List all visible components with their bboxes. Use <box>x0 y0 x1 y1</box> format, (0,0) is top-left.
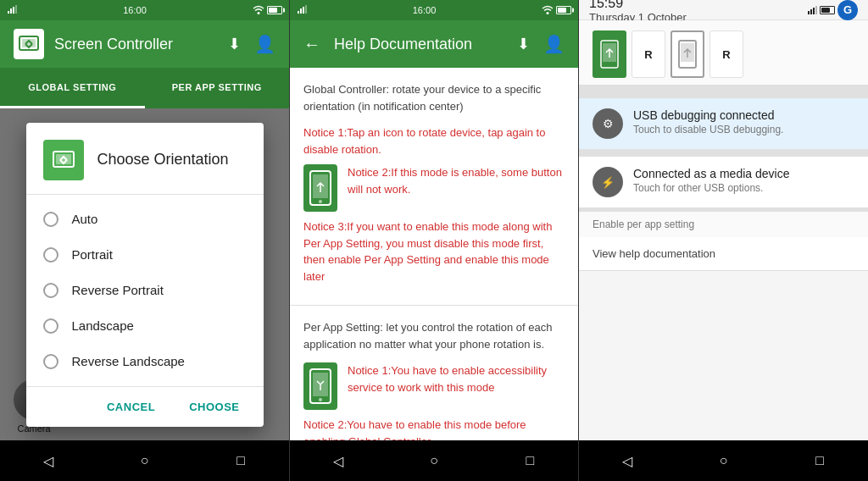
svg-rect-9 <box>298 11 299 14</box>
usb-debug-subtitle: Touch to disable USB debugging. <box>633 124 854 135</box>
option-portrait[interactable]: Portrait <box>26 237 264 273</box>
svg-rect-10 <box>300 8 302 14</box>
choose-button[interactable]: CHOOSE <box>175 394 253 420</box>
option-auto[interactable]: Auto <box>26 202 264 237</box>
help-app-bar: ← Help Documentation ⬇ 👤 <box>290 20 578 68</box>
svg-rect-21 <box>810 9 812 14</box>
notif-status-bar: 15:59 Thursday 1 October G <box>579 0 868 20</box>
back-button-2[interactable]: ◁ <box>321 444 355 478</box>
nav-bar-3: ◁ ○ □ <box>579 440 868 481</box>
orientation-icon <box>50 147 77 174</box>
status-bar-left <box>7 4 17 16</box>
sim-icon-2 <box>297 4 307 14</box>
battery-fill-1 <box>269 8 277 13</box>
usb-symbol-media: ⚡ <box>601 176 615 189</box>
home-button-1[interactable]: ○ <box>127 444 161 478</box>
svg-rect-12 <box>305 5 307 14</box>
notif-icons-row: R R <box>579 20 868 85</box>
svg-point-16 <box>319 200 322 203</box>
panel-screen-controller: 16:00 Screen Controller ⬇ 👤 <box>0 0 289 481</box>
notif-icon-r-2: R <box>709 30 743 78</box>
content-area-1: Camera Choose Orientation <box>0 108 289 440</box>
status-icons-2 <box>542 5 571 15</box>
app-logo <box>14 29 44 59</box>
global-notice-2-block: Notice 2:If this mode is enable, some bu… <box>303 164 565 212</box>
option-landscape-label: Landscape <box>72 318 134 333</box>
option-auto-label: Auto <box>72 212 98 226</box>
svg-rect-20 <box>808 11 810 14</box>
phone-notif-svg-outline <box>678 40 697 69</box>
app-bar-1: Screen Controller ⬇ 👤 <box>0 20 289 68</box>
dialog-overlay: Choose Orientation Auto Portrait Reverse… <box>0 108 289 440</box>
app-bar-actions-1: ⬇ 👤 <box>228 34 275 54</box>
wifi-icon <box>253 5 264 15</box>
help-section-global: Global Controller: rotate your device to… <box>290 68 578 306</box>
notif-section-label: Enable per app setting <box>579 212 868 237</box>
phone-svg-1 <box>309 169 332 207</box>
svg-rect-11 <box>303 7 304 14</box>
svg-rect-23 <box>815 6 817 14</box>
radio-reverse-landscape <box>43 354 58 369</box>
home-button-3[interactable]: ○ <box>706 444 740 478</box>
recents-button-2[interactable]: □ <box>513 444 547 478</box>
media-device-notification[interactable]: ⚡ Connected as a media device Touch for … <box>579 157 868 208</box>
sim-icon <box>7 4 17 14</box>
person-action-icon[interactable]: 👤 <box>254 34 275 54</box>
recents-button-1[interactable]: □ <box>224 444 258 478</box>
wifi-icon-2 <box>542 5 554 15</box>
user-avatar: G <box>837 0 858 20</box>
svg-rect-2 <box>13 7 14 14</box>
notif-spacer <box>579 271 868 440</box>
dialog-header-icon <box>43 140 84 180</box>
per-app-notice-2: Notice 2:You have to enable this mode be… <box>303 417 565 440</box>
option-reverse-portrait[interactable]: Reverse Portrait <box>26 273 264 308</box>
global-notice-2: Notice 2:If this mode is enable, some bu… <box>348 164 565 197</box>
phone-icon-2 <box>303 362 337 410</box>
svg-rect-22 <box>813 8 815 14</box>
option-reverse-landscape[interactable]: Reverse Landscape <box>26 344 264 379</box>
help-person-icon[interactable]: 👤 <box>543 34 565 54</box>
option-reverse-portrait-label: Reverse Portrait <box>72 283 164 297</box>
help-download-icon[interactable]: ⬇ <box>517 35 530 53</box>
svg-point-19 <box>319 398 322 401</box>
notif-battery-icon <box>820 6 835 14</box>
svg-point-4 <box>258 12 260 14</box>
usb-debug-icon: ⚙ <box>593 108 623 139</box>
notif-signal-icon <box>807 5 817 15</box>
panel-help-documentation: 16:00 ← Help Documentation ⬇ 👤 Global Co… <box>289 0 579 481</box>
panel-notifications: 15:59 Thursday 1 October G R <box>579 0 868 481</box>
status-bar-1: 16:00 <box>0 0 289 20</box>
back-arrow-icon[interactable]: ← <box>303 35 320 54</box>
radio-auto <box>43 212 58 227</box>
option-landscape[interactable]: Landscape <box>26 308 264 344</box>
usb-debugging-notification[interactable]: ⚙ USB debugging connected Touch to disab… <box>579 98 868 150</box>
status-bar-2: 16:00 <box>290 0 578 20</box>
option-reverse-landscape-label: Reverse Landscape <box>72 354 185 368</box>
recents-button-3[interactable]: □ <box>803 444 837 478</box>
media-device-text: Connected as a media device Touch for ot… <box>633 167 854 194</box>
per-app-notice-1-block: Notice 1:You have to enable accessibilit… <box>303 362 565 410</box>
per-app-intro: Per App Setting: let you control the rot… <box>303 319 565 352</box>
back-button-3[interactable]: ◁ <box>610 444 644 478</box>
download-action-icon[interactable]: ⬇ <box>228 35 241 53</box>
back-button-1[interactable]: ◁ <box>31 444 65 478</box>
global-intro: Global Controller: rotate your device to… <box>303 81 565 114</box>
dialog-options: Auto Portrait Reverse Portrait Landscape <box>26 195 264 386</box>
tab-global-setting[interactable]: GLOBAL SETTING <box>0 68 145 108</box>
cancel-button[interactable]: CANCEL <box>93 394 169 420</box>
status-time-1: 16:00 <box>123 5 147 15</box>
avatar-initial: G <box>843 3 852 16</box>
tab-per-app-setting[interactable]: PER APP SETTING <box>145 68 290 108</box>
view-help-link[interactable]: View help documentation <box>579 237 868 271</box>
svg-point-13 <box>547 12 549 14</box>
help-content: Global Controller: rotate your device to… <box>290 68 578 440</box>
notif-status-icons: G <box>807 0 858 20</box>
home-button-2[interactable]: ○ <box>417 444 451 478</box>
status-left-2 <box>297 4 307 16</box>
radio-landscape <box>43 318 58 334</box>
global-notice-3: Notice 3:If you want to enable this mode… <box>303 218 565 285</box>
nav-bar-2: ◁ ○ □ <box>290 440 578 481</box>
usb-debug-text: USB debugging connected Touch to disable… <box>633 108 854 135</box>
media-device-title: Connected as a media device <box>633 167 854 180</box>
app-bar-icon <box>14 29 44 59</box>
